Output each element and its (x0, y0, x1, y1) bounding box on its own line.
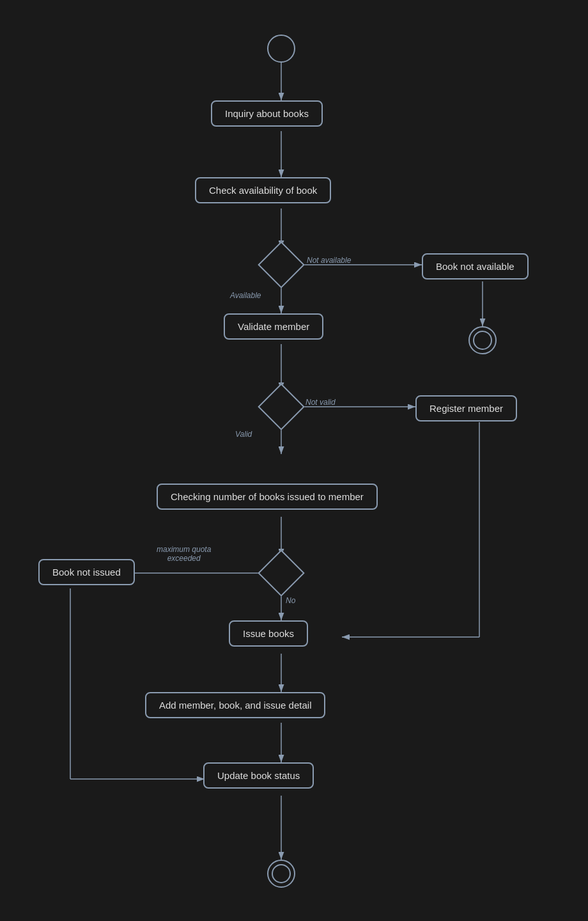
book-not-avail-label: Book not available (436, 261, 514, 272)
validate-member-box: Validate member (224, 313, 323, 340)
register-member-box: Register member (415, 395, 517, 421)
valid-decision-node (265, 390, 298, 423)
check-avail-node: Check availability of book (195, 177, 331, 203)
end-not-avail-node (468, 326, 497, 354)
issue-books-node: Issue books (229, 620, 308, 647)
validate-member-node: Validate member (224, 313, 323, 340)
issue-books-box: Issue books (229, 620, 308, 647)
update-status-box: Update book status (203, 762, 314, 789)
validate-member-label: Validate member (238, 321, 309, 332)
update-status-node: Update book status (203, 762, 314, 789)
issue-books-label: Issue books (243, 628, 294, 639)
available-label: Available (230, 291, 261, 300)
add-detail-label: Add member, book, and issue detail (159, 700, 311, 711)
check-avail-box: Check availability of book (195, 177, 331, 203)
inquiry-label: Inquiry about books (225, 108, 309, 119)
avail-decision-node (265, 248, 298, 281)
start-circle (267, 35, 295, 63)
end-circle-inner (272, 864, 291, 883)
inquiry-node: Inquiry about books (211, 100, 323, 127)
start-node (267, 35, 295, 63)
add-detail-node: Add member, book, and issue detail (145, 692, 325, 718)
update-status-label: Update book status (217, 770, 300, 781)
book-not-avail-box: Book not available (422, 253, 529, 279)
checking-books-box: Checking number of books issued to membe… (157, 484, 378, 510)
valid-diamond (258, 383, 305, 430)
end-circle (267, 860, 295, 888)
inquiry-box: Inquiry about books (211, 100, 323, 127)
valid-label: Valid (235, 430, 252, 439)
book-not-issued-label: Book not issued (52, 567, 121, 578)
add-detail-box: Add member, book, and issue detail (145, 692, 325, 718)
book-not-issued-box: Book not issued (38, 559, 135, 585)
checking-books-node: Checking number of books issued to membe… (157, 484, 378, 510)
not-available-label: Not available (307, 256, 351, 265)
quota-decision-node (265, 556, 298, 590)
not-valid-label: Not valid (306, 398, 336, 407)
quota-diamond (258, 549, 305, 597)
end-node (267, 860, 295, 888)
check-avail-label: Check availability of book (209, 185, 317, 196)
register-member-node: Register member (415, 395, 517, 421)
max-quota-label: maximum quotaexceeded (157, 545, 211, 563)
checking-books-label: Checking number of books issued to membe… (171, 491, 364, 502)
avail-diamond (258, 241, 305, 288)
end-not-avail-inner (473, 331, 492, 350)
no-label: No (286, 596, 295, 605)
register-member-label: Register member (429, 403, 503, 414)
book-not-avail-node: Book not available (422, 253, 529, 279)
book-not-issued-node: Book not issued (38, 559, 135, 585)
diagram-container: Inquiry about books Check availability o… (0, 0, 588, 921)
end-not-avail-circle (468, 326, 497, 354)
